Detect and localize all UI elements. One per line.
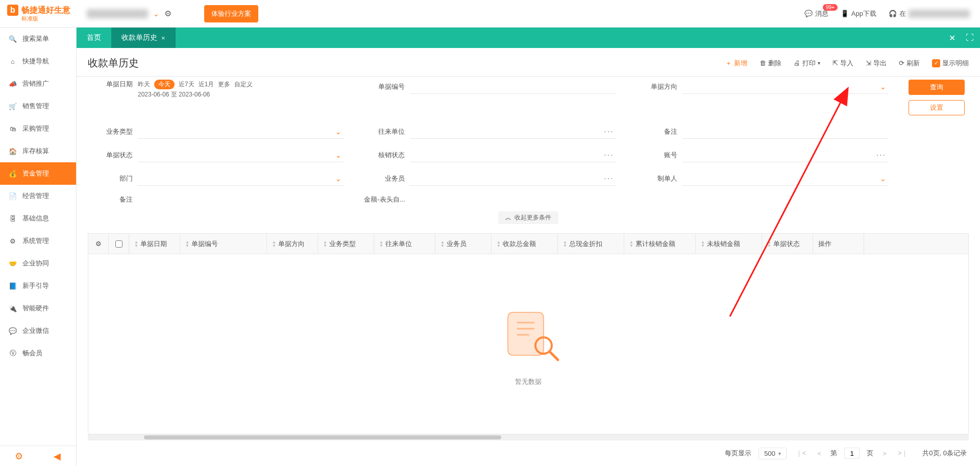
sort-icon: ▲▼ bbox=[629, 240, 633, 248]
filter-partner[interactable]: ··· bbox=[410, 125, 616, 139]
col-9[interactable]: ▲▼未核销金额 bbox=[696, 234, 762, 254]
filter-amount-header[interactable]: 金额-表头自... bbox=[364, 195, 410, 204]
sidebar: 🔍搜索菜单⌂快捷导航📣营销推广🛒销售管理🛍采购管理🏠库存核算💰资金管理📄经营管理… bbox=[0, 28, 77, 466]
horizontal-scrollbar[interactable] bbox=[88, 434, 969, 440]
filter-settings-button[interactable]: 设置 bbox=[909, 100, 965, 115]
chevron-up-icon: ︽ bbox=[505, 213, 511, 222]
support-link[interactable]: 🎧 在 bbox=[889, 9, 970, 18]
col-3[interactable]: ▲▼业务类型 bbox=[318, 234, 374, 254]
company-name-redacted bbox=[87, 9, 148, 18]
export-button[interactable]: ⇲导出 bbox=[866, 59, 887, 68]
tab-fullscreen-icon[interactable]: ⛶ bbox=[963, 31, 977, 44]
date-preset-5[interactable]: 自定义 bbox=[234, 80, 253, 89]
col-0[interactable]: ▲▼单据日期 bbox=[129, 234, 180, 254]
chevron-down-icon: ▾ bbox=[778, 451, 781, 456]
messages-link[interactable]: 💬 消息 99+ bbox=[804, 9, 828, 18]
filter-writeoff-status[interactable]: ··· bbox=[410, 148, 616, 162]
tab-1[interactable]: 收款单历史× bbox=[111, 28, 176, 48]
tab-0[interactable]: 首页 bbox=[77, 28, 111, 48]
sidebar-item-wechat[interactable]: 💬企业微信 bbox=[0, 320, 76, 342]
guide-icon: 📘 bbox=[8, 282, 17, 290]
gear-icon[interactable]: ⚙ bbox=[164, 9, 172, 18]
sidebar-item-label: 采购管理 bbox=[22, 124, 49, 133]
sidebar-item-db[interactable]: 🗄基础信息 bbox=[0, 207, 76, 230]
filter-creator[interactable]: ⌄ bbox=[682, 171, 888, 186]
col-2[interactable]: ▲▼单据方向 bbox=[267, 234, 318, 254]
table-settings-icon[interactable]: ⚙ bbox=[88, 234, 109, 254]
search-button[interactable]: 查询 bbox=[909, 80, 965, 95]
col-label: 单据编号 bbox=[191, 239, 218, 249]
chevron-down-icon: ⌄ bbox=[335, 175, 341, 183]
add-button[interactable]: ＋新增 bbox=[725, 59, 747, 68]
sidebar-item-vip[interactable]: Ⓥ畅会员 bbox=[0, 342, 76, 364]
filter-account[interactable]: ··· bbox=[682, 148, 888, 162]
company-selector[interactable]: ⌄ ⚙ bbox=[77, 9, 194, 18]
import-button[interactable]: ⇱导入 bbox=[832, 59, 853, 68]
trial-button[interactable]: 体验行业方案 bbox=[204, 5, 258, 22]
sidebar-item-gear[interactable]: ⚙系统管理 bbox=[0, 230, 76, 252]
wallet-icon: 💰 bbox=[8, 170, 17, 178]
filter-dept[interactable]: ⌄ bbox=[138, 171, 344, 186]
sidebar-item-megaphone[interactable]: 📣营销推广 bbox=[0, 72, 76, 95]
sidebar-item-warehouse[interactable]: 🏠库存核算 bbox=[0, 140, 76, 162]
filter-salesman[interactable]: ··· bbox=[410, 171, 616, 186]
page-input[interactable] bbox=[844, 448, 860, 459]
date-preset-0[interactable]: 昨天 bbox=[138, 80, 150, 89]
col-8[interactable]: ▲▼累计核销金额 bbox=[624, 234, 696, 254]
page-next-button[interactable]: > bbox=[880, 450, 889, 457]
date-preset-3[interactable]: 近1月 bbox=[199, 80, 214, 89]
col-11[interactable]: 操作 bbox=[813, 234, 864, 254]
date-preset-2[interactable]: 近7天 bbox=[179, 80, 194, 89]
filter-biz-type[interactable]: ⌄ bbox=[138, 125, 344, 139]
col-1[interactable]: ▲▼单据编号 bbox=[180, 234, 267, 254]
page-first-button[interactable]: ｜< bbox=[794, 449, 808, 458]
date-preset-1[interactable]: 今天 bbox=[154, 80, 175, 89]
select-all-checkbox[interactable] bbox=[109, 234, 129, 254]
sidebar-item-search[interactable]: 🔍搜索菜单 bbox=[0, 28, 76, 50]
tab-close-all-icon[interactable]: ✕ bbox=[946, 31, 959, 45]
sidebar-item-label: 基础信息 bbox=[22, 214, 49, 223]
col-label: 业务员 bbox=[447, 239, 467, 249]
sidebar-item-guide[interactable]: 📘新手引导 bbox=[0, 275, 76, 297]
sidebar-settings-icon[interactable]: ⚙ bbox=[0, 451, 38, 462]
brand-edition: 标准版 bbox=[21, 15, 77, 22]
messages-badge: 99+ bbox=[823, 4, 838, 11]
page-last-button[interactable]: >｜ bbox=[896, 449, 911, 458]
app-download-link[interactable]: 📱 App下载 bbox=[841, 9, 876, 18]
filter-direction[interactable]: ⌄ bbox=[682, 80, 888, 94]
filter-remark-top[interactable] bbox=[682, 125, 888, 139]
page-title-row: 收款单历史 ＋新增 🗑删除 🖨打印▾ ⇱导入 ⇲导出 ⟳刷新 ✓显示明细 bbox=[77, 48, 980, 76]
sidebar-item-bag[interactable]: 🛍采购管理 bbox=[0, 117, 76, 140]
col-5[interactable]: ▲▼业务员 bbox=[435, 234, 492, 254]
delete-button[interactable]: 🗑删除 bbox=[760, 59, 781, 68]
sidebar-item-label: 新手引导 bbox=[22, 281, 49, 290]
sidebar-item-label: 库存核算 bbox=[22, 146, 49, 156]
filter-doc-no[interactable] bbox=[410, 80, 616, 94]
print-button[interactable]: 🖨打印▾ bbox=[794, 59, 820, 68]
sidebar-item-handshake[interactable]: 🤝企业协同 bbox=[0, 252, 76, 275]
vip-icon: Ⓥ bbox=[8, 349, 17, 358]
close-icon[interactable]: × bbox=[161, 34, 165, 42]
sidebar-item-doc[interactable]: 📄经营管理 bbox=[0, 185, 76, 207]
sidebar-item-label: 搜索菜单 bbox=[22, 34, 49, 43]
col-4[interactable]: ▲▼往来单位 bbox=[374, 234, 435, 254]
chevron-down-icon: ⌄ bbox=[335, 151, 341, 159]
collapse-filters-button[interactable]: ︽ 收起更多条件 bbox=[498, 211, 558, 224]
sidebar-item-home[interactable]: ⌂快捷导航 bbox=[0, 50, 76, 72]
sidebar-item-wallet[interactable]: 💰资金管理 bbox=[0, 162, 76, 185]
sidebar-collapse-icon[interactable]: ◀ bbox=[38, 451, 77, 462]
filter-doc-status[interactable]: ⌄ bbox=[138, 148, 344, 162]
col-7[interactable]: ▲▼总现金折扣 bbox=[558, 234, 624, 254]
sidebar-item-label: 销售管理 bbox=[22, 102, 49, 111]
sidebar-item-cart[interactable]: 🛒销售管理 bbox=[0, 95, 76, 117]
col-6[interactable]: ▲▼收款总金额 bbox=[492, 234, 558, 254]
page-prev-button[interactable]: < bbox=[816, 450, 824, 457]
show-detail-toggle[interactable]: ✓显示明细 bbox=[932, 59, 969, 68]
sidebar-item-label: 资金管理 bbox=[22, 169, 49, 178]
date-preset-4[interactable]: 更多 bbox=[218, 80, 230, 89]
sort-icon: ▲▼ bbox=[323, 240, 327, 248]
col-10[interactable]: ▲▼单据状态 bbox=[762, 234, 813, 254]
refresh-button[interactable]: ⟳刷新 bbox=[899, 59, 920, 68]
sidebar-item-chip[interactable]: 🔌智能硬件 bbox=[0, 297, 76, 320]
per-page-select[interactable]: 500 ▾ bbox=[758, 448, 787, 459]
